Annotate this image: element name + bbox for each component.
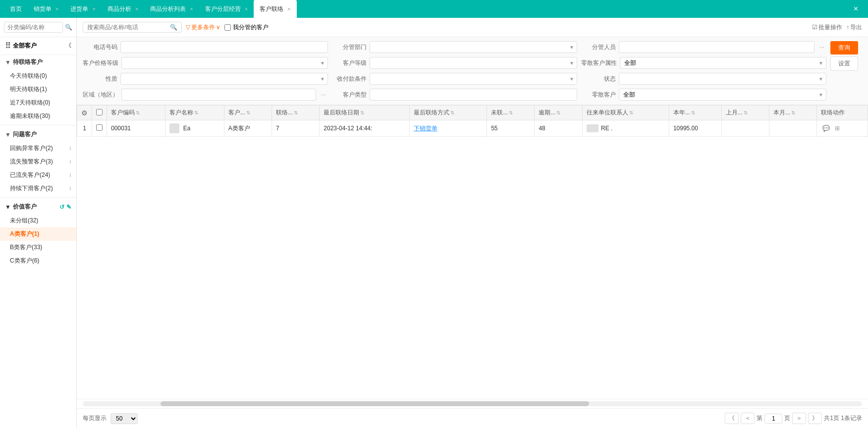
nav-customer-tier[interactable]: 客户分层经营 × bbox=[199, 0, 254, 18]
customer-grade-select[interactable] bbox=[370, 57, 577, 69]
sidebar-search-icon[interactable]: 🔍 bbox=[65, 24, 72, 31]
last-way-sort-icon[interactable]: ⇅ bbox=[450, 110, 454, 115]
nav-product-list-close[interactable]: × bbox=[190, 6, 193, 12]
nav-sales-close[interactable]: × bbox=[55, 6, 58, 12]
row-overdue: 48 bbox=[535, 120, 582, 137]
region-dots-icon[interactable]: ··· bbox=[319, 91, 328, 98]
customer-type-input[interactable] bbox=[370, 89, 577, 101]
gear-icon[interactable]: ⚙ bbox=[81, 109, 88, 117]
filter-row-4: 区域（地区） ··· 客户类型 零散客户 全部 bbox=[83, 89, 826, 101]
sidebar-item-c-class[interactable]: C类客户(6) bbox=[0, 254, 76, 268]
nav-close-all[interactable]: × bbox=[848, 4, 864, 13]
phone-input[interactable] bbox=[120, 41, 328, 53]
sidebar-item-today[interactable]: 今天待联络(0) bbox=[0, 69, 76, 83]
overdue-sort-icon[interactable]: ⇅ bbox=[556, 110, 560, 115]
filter-more-btn[interactable]: ▽ 更多条件 ∨ bbox=[186, 23, 220, 32]
value-refresh-icon[interactable]: ↺ bbox=[59, 204, 64, 211]
th-customer-type: 客户... ⇅ bbox=[224, 106, 271, 120]
page-label: 第 bbox=[757, 414, 762, 423]
filter-search-icon[interactable]: 🔍 bbox=[170, 24, 177, 31]
nav-purchase-close[interactable]: × bbox=[92, 6, 95, 12]
status-select[interactable] bbox=[619, 73, 826, 85]
batch-op-btn[interactable]: ☑ 批量操作 bbox=[812, 23, 842, 32]
prev-page-btn[interactable]: ＜ bbox=[741, 413, 755, 424]
name-sort-icon[interactable]: ⇅ bbox=[194, 110, 198, 115]
sidebar-item-b-class[interactable]: B类客户(33) bbox=[0, 241, 76, 254]
code-sort-icon[interactable]: ⇅ bbox=[136, 110, 140, 115]
this-year-sort-icon[interactable]: ⇅ bbox=[691, 110, 695, 115]
chat-icon[interactable]: 💬 bbox=[822, 125, 830, 132]
sidebar-item-churn-warning[interactable]: 流失预警客户(3) ℹ bbox=[0, 155, 76, 168]
sidebar-item-churned[interactable]: 已流失客户(24) ℹ bbox=[0, 168, 76, 182]
contact-count-sort-icon[interactable]: ⇅ bbox=[294, 110, 298, 115]
price-grade-select[interactable] bbox=[121, 57, 328, 69]
info-icon-declining[interactable]: ℹ bbox=[69, 186, 71, 191]
sidebar-item-a-class[interactable]: A类客户(1) bbox=[0, 227, 76, 241]
per-page-select[interactable]: 50 10 20 100 bbox=[110, 413, 138, 424]
export-btn[interactable]: ↑ 导出 bbox=[846, 23, 862, 32]
settings-button[interactable]: 设置 bbox=[830, 56, 858, 71]
this-month-sort-icon[interactable]: ⇅ bbox=[791, 110, 795, 115]
sidebar-item-overdue[interactable]: 逾期未联络(30) bbox=[0, 109, 76, 123]
th-checkbox bbox=[92, 106, 107, 120]
nature-select[interactable] bbox=[120, 73, 328, 85]
nav-customer-contact[interactable]: 客户联络 × bbox=[254, 0, 296, 18]
manager-input[interactable] bbox=[619, 41, 814, 53]
info-icon-churn-warning[interactable]: ℹ bbox=[69, 159, 71, 164]
customer-type-sort-icon[interactable]: ⇅ bbox=[246, 110, 250, 115]
payment-select[interactable] bbox=[370, 73, 577, 85]
first-page-btn[interactable]: 《 bbox=[725, 413, 739, 424]
nav-product-list[interactable]: 商品分析列表 × bbox=[144, 0, 199, 18]
qr-icon[interactable]: ⊞ bbox=[835, 125, 840, 132]
next-page-btn[interactable]: ＞ bbox=[792, 413, 806, 424]
info-icon-repurchase[interactable]: ℹ bbox=[69, 146, 71, 151]
info-icon-churned[interactable]: ℹ bbox=[69, 172, 71, 178]
row-contact-count: 7 bbox=[272, 120, 320, 137]
row-checkbox[interactable] bbox=[96, 124, 103, 131]
last-month-sort-icon[interactable]: ⇅ bbox=[744, 110, 748, 115]
sidebar-collapse-icon[interactable]: 《 bbox=[65, 42, 71, 50]
th-this-year-label: 本年... bbox=[673, 108, 690, 117]
nav-sales[interactable]: 销货单 × bbox=[28, 0, 64, 18]
filter-search-input[interactable] bbox=[87, 24, 168, 31]
sidebar-section-problem[interactable]: ▼ 问题客户 bbox=[0, 127, 76, 142]
filter-department: 分管部门 ▼ bbox=[332, 41, 577, 53]
value-edit-icon[interactable]: ✎ bbox=[66, 204, 71, 211]
last-date-sort-icon[interactable]: ⇅ bbox=[360, 110, 364, 115]
sidebar-item-7days[interactable]: 近7天待联络(0) bbox=[0, 96, 76, 109]
department-select[interactable] bbox=[370, 41, 577, 53]
nav-customer-contact-close[interactable]: × bbox=[287, 6, 290, 12]
uncontacted-sort-icon[interactable]: ⇅ bbox=[509, 110, 513, 115]
last-page-btn[interactable]: 》 bbox=[808, 413, 822, 424]
th-contacts-label: 往来单位联系人 bbox=[587, 108, 628, 117]
retail-customer-select[interactable]: 全部 bbox=[619, 89, 826, 101]
sidebar-item-ungrouped[interactable]: 未分组(32) bbox=[0, 214, 76, 227]
nav-product-analysis[interactable]: 商品分析 × bbox=[102, 0, 144, 18]
sidebar-item-declining[interactable]: 持续下滑客户(2) ℹ bbox=[0, 182, 76, 195]
region-input[interactable] bbox=[121, 89, 316, 101]
my-customers-checkbox[interactable] bbox=[224, 24, 231, 31]
th-uncontacted: 未联... ⇅ bbox=[487, 106, 535, 120]
nav-customer-tier-close[interactable]: × bbox=[245, 6, 248, 12]
sidebar-all-customers[interactable]: ⠿ 全部客户 《 bbox=[0, 37, 76, 55]
sidebar-item-tomorrow[interactable]: 明天待联络(1) bbox=[0, 83, 76, 96]
query-button[interactable]: 查询 bbox=[830, 41, 858, 54]
batch-icon: ☑ bbox=[812, 24, 817, 31]
nav-home[interactable]: 首页 bbox=[4, 0, 28, 18]
sidebar-search-input[interactable] bbox=[4, 22, 63, 33]
contacts-sort-icon[interactable]: ⇅ bbox=[629, 110, 633, 115]
last-contact-way-link[interactable]: 下销货单 bbox=[414, 125, 437, 132]
th-this-year: 本年... ⇅ bbox=[669, 106, 721, 120]
nav-product-analysis-close[interactable]: × bbox=[135, 6, 138, 12]
row-contacts: RE . bbox=[582, 120, 669, 137]
scrollbar-thumb[interactable] bbox=[161, 401, 589, 406]
manager-dots-icon[interactable]: ··· bbox=[817, 44, 826, 51]
retail-attr-label: 零散客户属性 bbox=[581, 59, 617, 67]
page-number-input[interactable] bbox=[764, 414, 782, 424]
retail-attr-select[interactable]: 全部 bbox=[620, 57, 826, 69]
select-all-checkbox[interactable] bbox=[96, 109, 103, 115]
filter-region: 区域（地区） ··· bbox=[83, 89, 328, 101]
nav-purchase[interactable]: 进货单 × bbox=[64, 0, 101, 18]
sidebar-item-repurchase[interactable]: 回购异常客户(2) ℹ bbox=[0, 142, 76, 155]
sidebar-section-pending[interactable]: ▼ 待联络客户 bbox=[0, 55, 76, 69]
